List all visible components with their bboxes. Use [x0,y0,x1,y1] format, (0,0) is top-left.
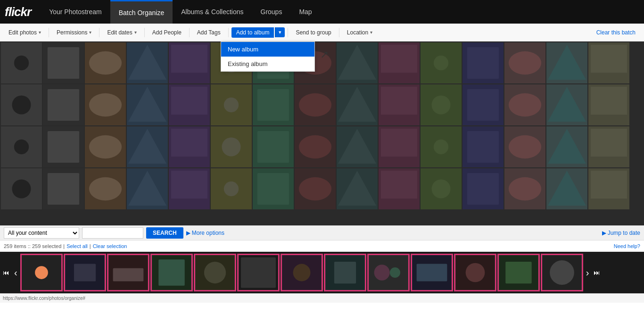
more-options-button[interactable]: ▶ More options [186,230,224,236]
filmstrip-item-9[interactable] [367,254,410,291]
photo-cell[interactable] [504,168,545,209]
filmstrip-item-7[interactable] [281,254,323,291]
permissions-button[interactable]: Permissions ▾ [52,27,96,38]
photo-cell[interactable] [85,168,126,209]
photo-cell[interactable] [337,84,378,125]
photo-cell[interactable] [504,84,545,125]
send-to-group-button[interactable]: Send to group [291,27,336,38]
photo-cell[interactable] [85,126,126,167]
filmstrip-item-6[interactable] [237,254,280,291]
photo-cell[interactable] [379,42,420,83]
filmstrip-item-12[interactable] [497,254,540,291]
filmstrip-item-4[interactable] [150,254,193,291]
photo-cell[interactable] [253,168,294,209]
photo-cell[interactable] [253,84,294,125]
photo-cell[interactable] [43,84,84,125]
location-button[interactable]: Location ▾ [342,27,377,38]
photo-cell[interactable] [337,126,378,167]
photo-cell[interactable] [169,84,210,125]
photo-cell[interactable] [337,42,378,83]
photo-cell[interactable] [295,126,336,167]
photo-cell[interactable] [588,126,629,167]
flickr-logo[interactable]: flickr [5,5,31,19]
photo-cell[interactable] [253,126,294,167]
photo-cell[interactable] [295,84,336,125]
photo-cell[interactable] [421,168,462,209]
photo-cell[interactable] [43,42,84,83]
filmstrip-prev-button[interactable]: ‹ [12,252,19,293]
photo-cell[interactable] [462,168,504,209]
photo-cell[interactable] [169,126,210,167]
photo-cell[interactable] [421,84,462,125]
photo-cell[interactable] [421,126,462,167]
nav-albums-collections[interactable]: Albums & Collections [173,0,252,24]
photo-cell[interactable] [1,42,42,83]
photo-cell[interactable] [379,168,420,209]
photo-cell[interactable] [1,84,42,125]
add-to-album-button[interactable]: Add to album [231,27,274,38]
filmstrip-next-button[interactable]: › [584,252,591,293]
photo-cell[interactable] [462,84,504,125]
photo-cell[interactable] [169,168,210,209]
photo-cell[interactable] [546,84,587,125]
filmstrip-end-button[interactable]: ⏭ [592,252,602,293]
photo-cell[interactable] [588,84,629,125]
photo-cell[interactable] [379,126,420,167]
need-help-link[interactable]: Need help? [614,243,640,249]
clear-batch-button[interactable]: Clear this batch [592,29,640,36]
photo-cell[interactable] [379,84,420,125]
photo-cell[interactable] [588,42,629,83]
photo-cell[interactable] [211,84,252,125]
nav-photostream[interactable]: Your Photostream [41,0,110,24]
photo-cell[interactable] [337,168,378,209]
filmstrip-item-8[interactable] [324,254,366,291]
photo-cell[interactable] [1,126,42,167]
filmstrip-item-11[interactable] [454,254,496,291]
add-to-album-arrow-button[interactable]: ▾ [275,27,285,37]
filmstrip-item-13[interactable] [541,254,583,291]
search-input[interactable] [82,227,143,239]
photo-cell[interactable] [127,126,168,167]
photo-cell[interactable] [85,42,126,83]
photo-cell[interactable] [1,168,42,209]
select-all-link[interactable]: Select all [66,243,88,249]
jump-to-date-button[interactable]: ▶ Jump to date [602,230,640,236]
filmstrip-item-1[interactable] [20,254,63,291]
search-button[interactable]: SEARCH [146,227,183,239]
photo-cell[interactable] [43,168,84,209]
photo-cell[interactable] [127,168,168,209]
edit-dates-button[interactable]: Edit dates ▾ [102,27,141,38]
filmstrip-item-5[interactable] [194,254,236,291]
dropdown-new-album[interactable]: New album [221,42,314,57]
filmstrip-start-button[interactable]: ⏮ [1,252,11,293]
nav-groups[interactable]: Groups [252,0,291,24]
photo-cell[interactable] [211,168,252,209]
nav-map[interactable]: Map [290,0,320,24]
add-people-button[interactable]: Add People [148,27,186,38]
photo-cell[interactable] [421,42,462,83]
nav-batch-organize[interactable]: Batch Organize [110,0,173,24]
filmstrip-item-2[interactable] [64,254,106,291]
photo-cell[interactable] [462,126,504,167]
filmstrip-item-10[interactable] [411,254,453,291]
photo-cell[interactable] [211,126,252,167]
photo-cell[interactable] [295,168,336,209]
clear-selection-link[interactable]: Clear selection [93,243,127,249]
photo-cell[interactable] [546,42,587,83]
photo-cell[interactable] [588,168,629,209]
filmstrip-item-3[interactable] [107,254,149,291]
dropdown-existing-album[interactable]: Existing album [221,57,314,71]
add-tags-button[interactable]: Add Tags [192,27,225,38]
photo-cell[interactable] [462,42,504,83]
photo-cell[interactable] [43,126,84,167]
photo-cell[interactable] [546,168,587,209]
photo-cell[interactable] [504,42,545,83]
photo-cell[interactable] [504,126,545,167]
photo-cell[interactable] [169,42,210,83]
photo-cell[interactable] [127,84,168,125]
photo-cell[interactable] [546,126,587,167]
content-filter-select[interactable]: All your content [4,227,79,239]
edit-photos-button[interactable]: Edit photos ▾ [4,27,46,38]
photo-cell[interactable] [85,84,126,125]
photo-cell[interactable] [127,42,168,83]
